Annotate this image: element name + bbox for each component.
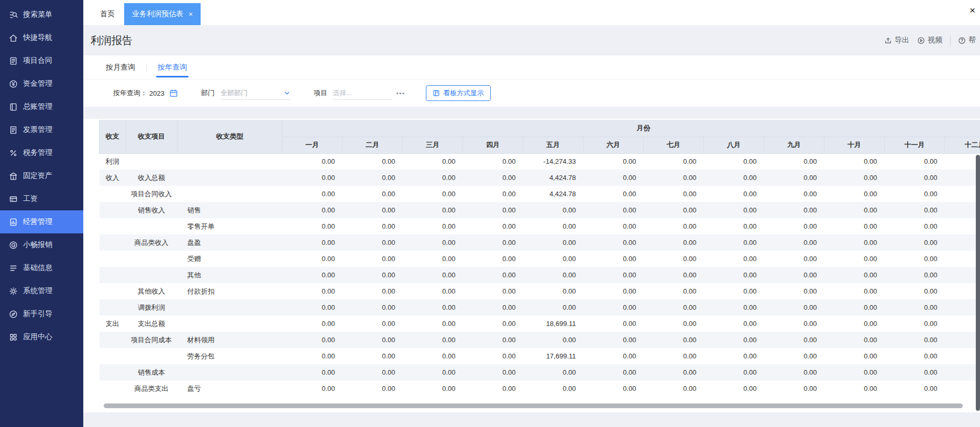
table-row[interactable]: 支出支出总额0.000.000.000.0018,699.110.000.000… [100, 316, 980, 332]
help-button[interactable]: 帮 [950, 36, 976, 45]
sidebar-item-7[interactable]: 固定资产 [0, 164, 83, 187]
calendar-icon[interactable] [169, 89, 178, 98]
cell-value: 0.00 [644, 234, 704, 251]
vertical-scrollbar-thumb[interactable] [976, 155, 980, 411]
tab-separator [146, 64, 147, 71]
table-row[interactable]: 其他0.000.000.000.000.000.000.000.000.000.… [100, 267, 980, 283]
window-close-icon[interactable]: × [970, 5, 975, 15]
cell-income-expense [100, 251, 126, 267]
cell-value: 0.00 [704, 364, 764, 380]
cell-value: 0.00 [704, 316, 764, 332]
cell-income-expense [100, 348, 126, 364]
tab-home[interactable]: 首页 [91, 3, 124, 25]
sidebar-item-6[interactable]: 税务管理 [0, 141, 83, 164]
table-row[interactable]: 其他收入付款折扣0.000.000.000.000.000.000.000.00… [100, 283, 980, 299]
cell-value: 0.00 [403, 186, 463, 202]
cell-value: 0.00 [343, 348, 403, 364]
video-button[interactable]: 视频 [917, 36, 942, 45]
cell-value: 0.00 [824, 153, 885, 170]
cell-value: 0.00 [463, 170, 523, 186]
cell-value: 0.00 [764, 186, 824, 202]
cell-value: 0.00 [644, 316, 704, 332]
cell-value: 0.00 [644, 364, 704, 380]
tab-active[interactable]: 业务利润预估表 × [124, 3, 201, 25]
cell-value: 0.00 [463, 380, 523, 397]
sidebar-item-9[interactable]: 经营管理 [0, 210, 83, 233]
cell-value: 0.00 [523, 234, 583, 251]
sidebar-item-14[interactable]: 应用中心 [0, 325, 83, 349]
cell-value: 0.00 [583, 202, 644, 218]
cell-value: 0.00 [644, 202, 704, 218]
cell-value: 0.00 [885, 267, 945, 283]
sidebar-item-2[interactable]: 项目合同 [0, 49, 83, 72]
cell-value: 0.00 [885, 380, 945, 397]
table-row[interactable]: 调拨利润0.000.000.000.000.000.000.000.000.00… [100, 299, 980, 316]
sidebar-item-3[interactable]: 资金管理 [0, 72, 83, 95]
cell-value: 0.00 [704, 251, 764, 267]
cell-value: 0.00 [885, 283, 945, 299]
cell-value: 0.00 [704, 153, 764, 170]
table-row[interactable]: 项目合同成本材料领用0.000.000.000.000.000.000.000.… [100, 332, 980, 348]
department-select[interactable]: 全部部门 [221, 86, 291, 100]
cell-type: 零售开单 [178, 218, 282, 234]
cell-value: 0.00 [523, 283, 583, 299]
table-row[interactable]: 零售开单0.000.000.000.000.000.000.000.000.00… [100, 218, 980, 234]
cell-value: 0.00 [885, 251, 945, 267]
table-row[interactable]: 商品类支出盘亏0.000.000.000.000.000.000.000.000… [100, 380, 980, 397]
tab-close-icon[interactable]: × [189, 10, 193, 18]
cell-value: 0.00 [764, 153, 824, 170]
cell-type [178, 170, 282, 186]
funds-icon [9, 80, 18, 88]
table-row[interactable]: 利润0.000.000.000.00-14,274.330.000.000.00… [100, 153, 980, 170]
project-more-icon[interactable]: ⋯ [396, 88, 405, 98]
sidebar-item-5[interactable]: 发票管理 [0, 118, 83, 141]
tab-yearly-query[interactable]: 按年查询 [156, 55, 189, 80]
sidebar-item-11[interactable]: 基础信息 [0, 256, 83, 279]
cell-value: 17,699.11 [523, 348, 583, 364]
table-row[interactable]: 受赠0.000.000.000.000.000.000.000.000.000.… [100, 251, 980, 267]
cell-value: 0.00 [704, 170, 764, 186]
appcenter-icon [9, 333, 18, 342]
table-row[interactable]: 销售成本0.000.000.000.000.000.000.000.000.00… [100, 364, 980, 380]
table-row[interactable]: 收入收入总额0.000.000.000.004,424.780.000.000.… [100, 170, 980, 186]
sidebar-item-10[interactable]: 小畅报销 [0, 233, 83, 256]
cell-income-expense [100, 380, 126, 397]
guide-icon [9, 310, 18, 319]
sidebar-item-12[interactable]: 系统管理 [0, 279, 83, 302]
department-value: 全部部门 [221, 88, 248, 98]
cell-income-expense [100, 186, 126, 202]
business-icon [9, 218, 18, 227]
sidebar-item-label: 新手引导 [23, 309, 52, 319]
cell-value: 0.00 [945, 218, 980, 234]
cell-income-expense [100, 332, 126, 348]
cell-value: 0.00 [403, 299, 463, 316]
horizontal-scrollbar-thumb[interactable] [104, 403, 963, 408]
cell-income-expense: 利润 [100, 153, 126, 170]
cell-value: 0.00 [824, 186, 885, 202]
sidebar-item-label: 项目合同 [23, 56, 52, 65]
cell-value: 0.00 [523, 218, 583, 234]
tab-monthly-query[interactable]: 按月查询 [104, 55, 137, 80]
table-row[interactable]: 劳务分包0.000.000.000.0017,699.110.000.000.0… [100, 348, 980, 364]
sidebar-item-8[interactable]: 工资 [0, 187, 83, 210]
sidebar-item-13[interactable]: 新手引导 [0, 302, 83, 325]
sidebar-item-0[interactable]: 搜索菜单 [0, 3, 83, 26]
year-filter-value[interactable]: 2023 [149, 89, 164, 97]
board-view-button[interactable]: 看板方式显示 [426, 85, 491, 101]
sidebar-item-4[interactable]: 总账管理 [0, 95, 83, 118]
sidebar-item-1[interactable]: 快捷导航 [0, 26, 83, 49]
table-row[interactable]: 商品类收入盘盈0.000.000.000.000.000.000.000.000… [100, 234, 980, 251]
cell-value: 0.00 [403, 316, 463, 332]
cell-type: 付款折扣 [178, 283, 282, 299]
cell-value: 0.00 [403, 202, 463, 218]
cell-value: 0.00 [945, 316, 980, 332]
table-row[interactable]: 项目合同收入0.000.000.000.004,424.780.000.000.… [100, 186, 980, 202]
table-row[interactable]: 销售收入销售0.000.000.000.000.000.000.000.000.… [100, 202, 980, 218]
cell-value: 0.00 [282, 364, 343, 380]
cell-value: 0.00 [463, 251, 523, 267]
sidebar-item-label: 工资 [23, 194, 38, 204]
cell-value: 0.00 [885, 316, 945, 332]
project-select[interactable]: 选择... [333, 86, 392, 100]
cell-value: 0.00 [945, 332, 980, 348]
export-button[interactable]: 导出 [884, 36, 909, 45]
